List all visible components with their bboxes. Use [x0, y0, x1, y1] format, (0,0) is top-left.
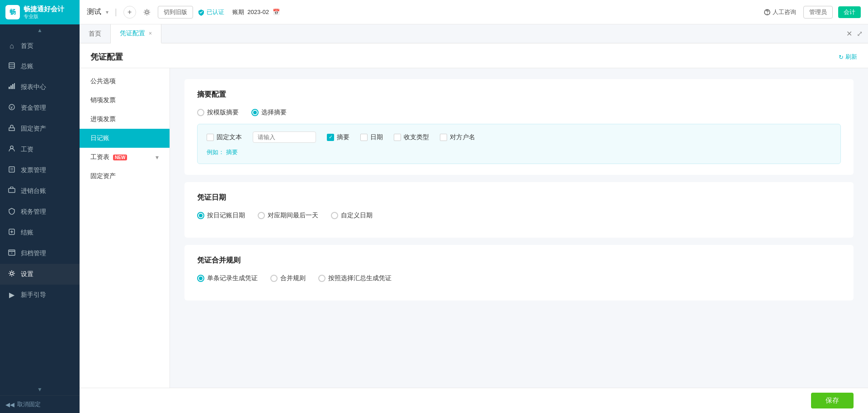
expand-button[interactable]: ⤢	[857, 29, 863, 38]
save-button[interactable]: 保存	[811, 393, 854, 408]
nav-fixed-assets-label: 固定资产	[90, 172, 116, 180]
checkbox-fixed-text[interactable]: 固定文本	[207, 133, 242, 141]
tax-icon	[7, 207, 16, 216]
sidebar-item-payroll[interactable]: 工资	[0, 139, 80, 160]
sidebar-scroll-up[interactable]: ▲	[37, 26, 42, 34]
logo-subtitle: 专业版	[24, 13, 64, 20]
sidebar-logo: 畅 畅捷通好会计 专业版	[0, 0, 80, 24]
nav-purchase-invoice-label: 进项发票	[90, 115, 116, 123]
sidebar-scroll-down[interactable]: ▼	[37, 385, 42, 394]
sidebar-item-reports[interactable]: 报表中心	[0, 77, 80, 98]
radio-merge-rule-label: 合并规则	[280, 274, 306, 282]
sidebar-item-label: 工资	[21, 145, 33, 154]
new-badge: NEW	[113, 155, 127, 160]
sidebar-item-archive[interactable]: 归档管理	[0, 243, 80, 264]
sidebar-item-label: 固定资产	[21, 125, 46, 133]
radio-custom-date[interactable]: 自定义日期	[331, 211, 373, 220]
radio-custom-date-circle	[331, 212, 338, 219]
date-section: 凭证日期 按日记账日期 对应期间最后一天 自定义日期	[184, 182, 854, 238]
tabbar: 首页 凭证配置 × ✕ ⤢	[80, 24, 868, 43]
radio-summary-generate-circle	[318, 275, 326, 282]
refresh-label: 刷新	[845, 53, 857, 61]
svg-point-10	[10, 146, 13, 149]
add-project-button[interactable]: +	[123, 6, 136, 19]
radio-summary-generate[interactable]: 按照选择汇总生成凭证	[318, 274, 392, 282]
sidebar-item-ledger[interactable]: 总账	[0, 56, 80, 77]
radio-template[interactable]: 按模版摘要	[197, 108, 239, 117]
old-version-button[interactable]: 切到旧版	[158, 6, 193, 19]
tab-close-icon[interactable]: ×	[149, 30, 152, 37]
nav-fixed-assets[interactable]: 固定资产	[80, 167, 170, 186]
left-nav: 公共选项 销项发票 进项发票 日记账 工资表 NEW ▾	[80, 68, 170, 388]
sidebar-item-close[interactable]: 结账	[0, 222, 80, 243]
checkbox-date[interactable]: 日期	[360, 133, 383, 141]
bottom-bar: 保存	[80, 388, 868, 413]
settings-icon	[7, 270, 16, 279]
sidebar-item-home[interactable]: ⌂ 首页	[0, 36, 80, 56]
sidebar-nav: ⌂ 首页 总账 报表中心 ¥ 资金管理 固定资产	[0, 36, 80, 384]
summary-section: 摘要配置 按模版摘要 选择摘要	[184, 79, 854, 175]
nav-public-label: 公共选项	[90, 77, 116, 85]
checkbox-payment-type[interactable]: 收支类型	[394, 133, 429, 141]
project-dropdown-icon[interactable]: ▾	[106, 9, 108, 15]
example-text: 例如： 摘要	[207, 148, 831, 156]
sidebar-item-guide[interactable]: ▶ 新手引导	[0, 285, 80, 305]
radio-merge-rule[interactable]: 合并规则	[270, 274, 306, 282]
sidebar-item-settings[interactable]: 设置	[0, 264, 80, 285]
sales-icon	[7, 187, 16, 196]
capital-icon: ¥	[7, 103, 16, 113]
archive-icon	[7, 249, 16, 258]
period-label: 账期 2023-02 📅	[232, 8, 280, 16]
refresh-icon: ↻	[839, 54, 844, 61]
sidebar-cancel-fixed[interactable]: ◀◀ 取消固定	[0, 395, 80, 413]
tab-active-label: 凭证配置	[120, 29, 145, 38]
user-button[interactable]: 管理员	[803, 6, 833, 19]
nav-public[interactable]: 公共选项	[80, 72, 170, 91]
sidebar-item-label: 总账	[21, 62, 33, 70]
nav-sales-invoice[interactable]: 销项发票	[80, 91, 170, 110]
radio-select[interactable]: 选择摘要	[251, 108, 287, 117]
refresh-button[interactable]: ↻ 刷新	[839, 53, 857, 61]
sidebar-item-assets[interactable]: 固定资产	[0, 118, 80, 139]
radio-single[interactable]: 单条记录生成凭证	[197, 274, 258, 282]
calendar-icon[interactable]: 📅	[273, 9, 280, 15]
nav-journal[interactable]: 日记账	[80, 129, 170, 148]
radio-single-circle	[197, 275, 204, 282]
sidebar-item-tax[interactable]: 税务管理	[0, 202, 80, 222]
radio-period-last[interactable]: 对应期间最后一天	[258, 211, 318, 220]
svg-rect-5	[12, 84, 14, 89]
tab-voucher-config[interactable]: 凭证配置 ×	[111, 24, 161, 43]
svg-point-19	[10, 272, 13, 275]
tab-home[interactable]: 首页	[80, 24, 111, 43]
svg-rect-3	[9, 87, 10, 89]
summary-radio-group: 按模版摘要 选择摘要	[197, 108, 841, 117]
date-radio-group: 按日记账日期 对应期间最后一天 自定义日期	[197, 211, 841, 220]
reports-icon	[7, 83, 16, 92]
close-period-icon	[7, 228, 16, 237]
svg-rect-11	[9, 167, 14, 172]
logo-icon: 畅	[5, 5, 20, 19]
checkbox-counterpart[interactable]: 对方户名	[440, 133, 475, 141]
sidebar-item-sales[interactable]: 进销台账	[0, 181, 80, 202]
checkbox-fixed-text-label: 固定文本	[217, 133, 242, 141]
radio-journal-date[interactable]: 按日记账日期	[197, 211, 245, 220]
content-wrapper: 凭证配置 ↻ 刷新 公共选项 销项发票 进项发票 日记账	[80, 43, 868, 413]
invoice-icon	[7, 166, 16, 175]
close-tab-button[interactable]: ✕	[846, 29, 852, 38]
consult-label: 人工咨询	[773, 8, 796, 16]
nav-payroll-table[interactable]: 工资表 NEW ▾	[80, 148, 170, 167]
svg-rect-4	[10, 85, 12, 89]
cancel-fixed-label: 取消固定	[17, 400, 41, 408]
sidebar-item-label: 发票管理	[21, 166, 46, 174]
checkbox-summary[interactable]: 摘要	[327, 133, 349, 141]
consult-button[interactable]: 人工咨询	[764, 8, 796, 16]
nav-purchase-invoice[interactable]: 进项发票	[80, 110, 170, 129]
sidebar-item-invoice[interactable]: 发票管理	[0, 160, 80, 181]
fixed-text-input[interactable]	[253, 131, 316, 143]
radio-summary-generate-label: 按照选择汇总生成凭证	[328, 274, 392, 282]
settings-button[interactable]	[141, 6, 153, 19]
radio-select-label: 选择摘要	[261, 108, 287, 117]
radio-select-circle	[251, 109, 259, 116]
sidebar-item-capital[interactable]: ¥ 资金管理	[0, 98, 80, 118]
role-button[interactable]: 会计	[838, 6, 861, 18]
